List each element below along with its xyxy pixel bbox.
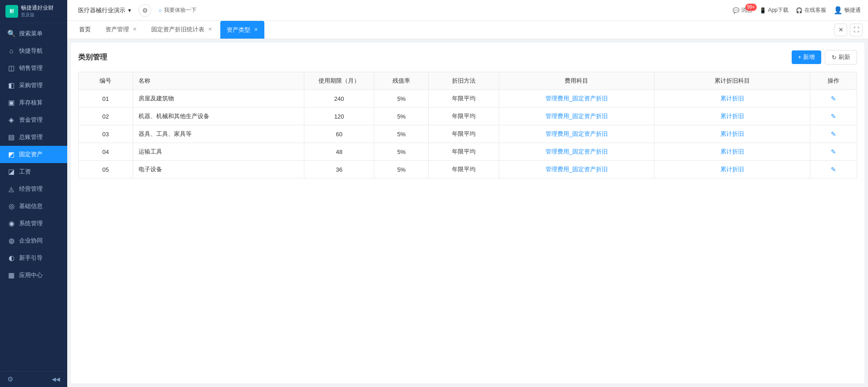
inventory-icon: ▣ [7,99,15,107]
edit-icon[interactable]: ✎ [831,95,836,102]
ledger-icon: ▤ [7,133,15,141]
edit-icon[interactable]: ✎ [831,130,836,138]
accum-link[interactable]: 累计折旧 [720,113,744,119]
enterprise-icon: ◍ [7,237,15,245]
module-selector[interactable]: 医疗器械行业演示 ▾ [74,5,135,16]
sidebar-item-basicinfo[interactable]: ◎ 基础信息 [0,198,67,215]
cell-period: 36 [304,161,374,179]
sidebar-item-fixedasset[interactable]: ◩ 固定资产 [0,146,67,163]
refresh-button[interactable]: ↻ 刷新 [825,50,857,64]
col-header-method: 折旧方法 [429,72,499,90]
guide-icon: ◐ [7,254,15,262]
cell-period: 48 [304,143,374,161]
cell-residual: 5% [374,108,429,125]
logo-icon: 财 [5,5,18,18]
tabs-right: ✕ ⛶ [834,21,863,39]
sidebar-item-quicknav[interactable]: ⌂ 快捷导航 [0,42,67,60]
expense-link[interactable]: 管理费用_固定资产折旧 [546,148,608,155]
content-header: 类别管理 + 新增 ↻ 刷新 [78,50,857,64]
sidebar-item-sales[interactable]: ◫ 销售管理 [0,60,67,77]
accum-link[interactable]: 累计折旧 [720,130,744,137]
col-header-expense: 费用科目 [499,72,655,90]
sidebar-item-label: 资金管理 [19,116,43,124]
accum-link[interactable]: 累计折旧 [720,166,744,173]
user-button[interactable]: 👤 畅捷通 [833,6,861,15]
cell-expense: 管理费用_固定资产折旧 [499,161,655,179]
col-header-residual: 残值率 [374,72,429,90]
tab-asset-mgmt[interactable]: 资产管理 ✕ [99,21,143,39]
user-icon: 👤 [833,6,843,15]
cell-period: 120 [304,108,374,125]
expense-link[interactable]: 管理费用_固定资产折旧 [546,113,608,119]
sidebar-item-guide[interactable]: ◐ 新手引导 [0,249,67,267]
home-label: 首页 [79,25,91,34]
expense-link[interactable]: 管理费用_固定资产折旧 [546,95,608,102]
tab-fixed-asset-table[interactable]: 固定资产折旧统计表 ✕ [145,21,218,39]
cell-name: 房屋及建筑物 [133,90,304,108]
refresh-icon: ↻ [832,54,837,61]
expense-link[interactable]: 管理费用_固定资产折旧 [546,166,608,173]
settings-footer-icon[interactable]: ⚙ [7,375,13,383]
message-icon: 💬 [733,7,739,14]
close-tab-btn[interactable]: ✕ [834,24,847,36]
tab-close-asset-type[interactable]: ✕ [254,27,258,33]
sidebar-item-label: 销售管理 [19,64,43,72]
new-button[interactable]: + 新增 [792,50,821,64]
edit-icon[interactable]: ✎ [831,148,836,155]
tabs-bar: 首页 资产管理 ✕ 固定资产折旧统计表 ✕ 资产类型 ✕ ✕ ⛶ [67,21,868,39]
accum-link[interactable]: 累计折旧 [720,95,744,102]
fixedasset-icon: ◩ [7,150,15,159]
accum-link[interactable]: 累计折旧 [720,148,744,155]
service-label: 在线客服 [804,6,826,14]
message-button[interactable]: 💬 消息 99+ [733,6,752,14]
sidebar-item-label: 总账管理 [19,133,43,141]
expand-tab-btn[interactable]: ⛶ [850,24,863,36]
sidebar-item-operations[interactable]: ◬ 经营管理 [0,180,67,198]
table-row: 04 运输工具 48 5% 年限平均 管理费用_固定资产折旧 累计折旧 ✎ [79,143,857,161]
sidebar-item-appcenter[interactable]: ▦ 应用中心 [0,267,67,284]
col-header-action: 操作 [810,72,857,90]
cell-accum: 累计折旧 [655,108,810,125]
settings-button[interactable]: ⚙ [139,4,151,17]
edit-icon[interactable]: ✎ [831,113,836,120]
sidebar-item-label: 搜索菜单 [19,30,43,38]
expand-icon: ⛶ [853,26,859,33]
tab-asset-type[interactable]: 资产类型 ✕ [220,21,264,39]
sidebar-item-purchase[interactable]: ◧ 采购管理 [0,77,67,94]
topbar-right: 💬 消息 99+ 📱 App下载 🎧 在线客服 👤 畅捷通 [733,6,861,15]
sidebar-item-label: 快捷导航 [19,47,43,55]
sidebar-item-label: 固定资产 [19,150,43,159]
cell-expense: 管理费用_固定资产折旧 [499,125,655,143]
service-button[interactable]: 🎧 在线客服 [796,6,826,14]
cell-accum: 累计折旧 [655,161,810,179]
collapse-icon[interactable]: ◀◀ [52,376,60,382]
tab-close-fixed-asset-table[interactable]: ✕ [208,26,212,32]
cell-action: ✎ [810,108,857,125]
chevron-down-icon: ▾ [128,7,131,14]
sidebar-item-search[interactable]: 🔍 搜索菜单 [0,25,67,42]
edit-icon[interactable]: ✎ [831,166,836,173]
content-area: 类别管理 + 新增 ↻ 刷新 编号 名称 使用期限（月） 残值率 折旧方法 费用… [71,43,864,383]
table-row: 01 房屋及建筑物 240 5% 年限平均 管理费用_固定资产折旧 累计折旧 ✎ [79,90,857,108]
tab-home[interactable]: 首页 [73,21,97,39]
cell-expense: 管理费用_固定资产折旧 [499,108,655,125]
cell-name: 机器、机械和其他生产设备 [133,108,304,125]
cell-code: 03 [79,125,133,143]
sidebar-item-sysconfig[interactable]: ◉ 系统管理 [0,215,67,232]
sidebar-item-capital[interactable]: ◈ 资金管理 [0,111,67,129]
cell-residual: 5% [374,143,429,161]
search-icon: 🔍 [7,30,15,38]
sidebar-item-enterprise[interactable]: ◍ 企业协同 [0,232,67,249]
cell-expense: 管理费用_固定资产折旧 [499,90,655,108]
tab-close-asset-mgmt[interactable]: ✕ [133,26,137,32]
app-download-button[interactable]: 📱 App下载 [759,6,789,14]
sidebar-item-salary[interactable]: ◪ 工资 [0,163,67,180]
sidebar-item-label: 采购管理 [19,81,43,89]
appcenter-icon: ▦ [7,271,15,279]
sidebar-item-ledger[interactable]: ▤ 总账管理 [0,129,67,146]
sidebar-item-inventory[interactable]: ▣ 库存核算 [0,94,67,111]
cell-method: 年限平均 [429,125,499,143]
main-area: 医疗器械行业演示 ▾ ⚙ ○ 我要体验一下 💬 消息 99+ 📱 App下载 🎧… [67,0,868,387]
trial-button[interactable]: ○ 我要体验一下 [159,6,197,14]
expense-link[interactable]: 管理费用_固定资产折旧 [546,130,608,137]
